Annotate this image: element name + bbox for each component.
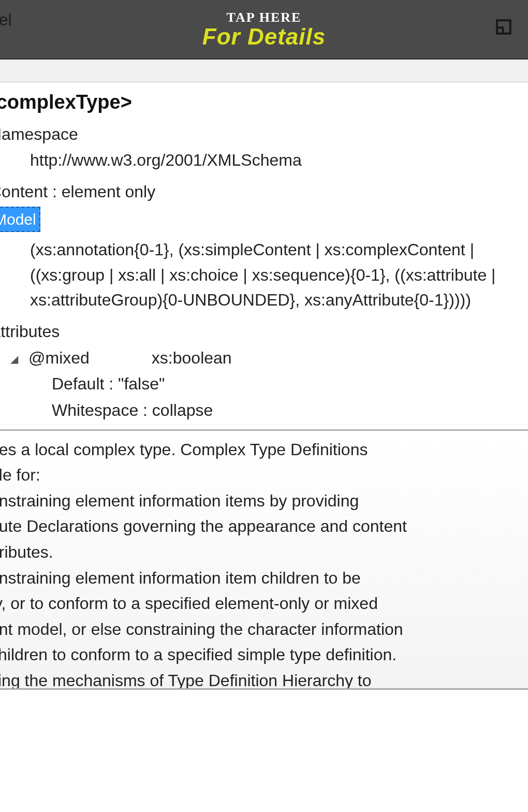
attribute-default: Default : "false": [52, 371, 528, 397]
attribute-row[interactable]: ◢ @mixed xs:boolean: [10, 345, 528, 371]
banner-cta[interactable]: TAP HERE For Details: [202, 10, 326, 48]
desc-line: ttributes.: [0, 540, 528, 566]
desc-line: children to conform to a specified simpl…: [0, 642, 528, 668]
model-label-selected[interactable]: Model: [0, 207, 40, 233]
desc-line: ide for:: [0, 462, 528, 488]
attributes-label: Attributes: [0, 319, 528, 344]
type-heading: :complexType>: [0, 88, 528, 118]
desc-line: onstraining element information item chi…: [0, 566, 528, 591]
ad-banner[interactable]: del TAP HERE For Details: [0, 0, 528, 60]
banner-tap-here: TAP HERE: [202, 10, 326, 25]
desc-line: bute Declarations governing the appearan…: [0, 514, 528, 540]
namespace-value: http://www.w3.org/2001/XMLSchema: [30, 148, 528, 173]
namespace-label: Namespace: [0, 122, 528, 147]
expand-icon[interactable]: [495, 18, 512, 39]
chevron-down-icon[interactable]: ◢: [10, 351, 18, 367]
desc-line: onstraining element information items by…: [0, 488, 528, 514]
content-label: Content : element only: [0, 179, 528, 205]
desc-line: ent model, or else constraining the char…: [0, 617, 528, 643]
desc-line: ty, or to conform to a specified element…: [0, 591, 528, 617]
model-expression: (xs:annotation{0-1}, (xs:simpleContent |…: [30, 237, 528, 313]
attribute-name: @mixed: [28, 345, 90, 371]
banner-for-details: For Details: [202, 25, 326, 48]
attribute-type: xs:boolean: [152, 345, 232, 371]
description-pane: nes a local complex type. Complex Type D…: [0, 431, 528, 690]
banner-left-text: del: [0, 10, 12, 30]
schema-detail-pane: :complexType> Namespace http://www.w3.or…: [0, 82, 528, 690]
attribute-whitespace: Whitespace : collapse: [52, 398, 528, 423]
desc-line: sing the mechanisms of Type Definition H…: [0, 668, 528, 690]
desc-line: nes a local complex type. Complex Type D…: [0, 437, 528, 463]
toolbar-strip: [0, 60, 528, 82]
